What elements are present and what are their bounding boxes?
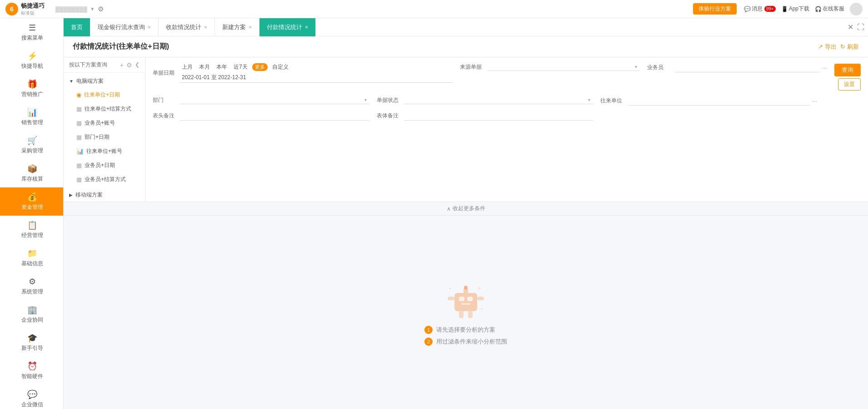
pc-group-arrow: ▼ [69, 79, 74, 84]
tab-payment-close[interactable]: × [305, 24, 308, 30]
tab-payment[interactable]: 付款情况统计 × [259, 18, 316, 36]
export-button[interactable]: ↗ 导出 [818, 43, 837, 51]
tab-cash-close[interactable]: × [148, 24, 151, 30]
settings-button[interactable]: 设置 [838, 78, 861, 91]
sidebar-label-enterprise: 企业协同 [21, 316, 43, 324]
unit-date-icon: ◉ [76, 91, 81, 98]
tab-cash[interactable]: 现金银行流水查询 × [90, 18, 159, 36]
filter-item-source: 来源单据 ▾ [460, 63, 640, 71]
sidebar-item-inventory[interactable]: 📦 库存核算 [0, 159, 63, 187]
sidebar-item-enterprise[interactable]: 🏢 企业协同 [0, 300, 63, 328]
scheme-mobile-group[interactable]: ▶ 移动端方案 [64, 188, 145, 202]
scheme-settings-btn[interactable]: ⚙ [126, 61, 132, 69]
date-tab-last-month[interactable]: 上月 [180, 63, 195, 71]
dept-select[interactable]: ▾ [180, 96, 369, 104]
bill-status-arrow: ▾ [588, 97, 590, 102]
filter-item-dept: 部门 ▾ [153, 96, 369, 104]
tab-new-scheme-close[interactable]: × [249, 24, 252, 30]
date-tab-this-month[interactable]: 本月 [197, 63, 212, 71]
refresh-button[interactable]: ↻ 刷新 [840, 43, 859, 51]
sidebar-item-capital[interactable]: 💰 资金管理 [0, 187, 63, 216]
body-note-input[interactable] [404, 111, 594, 121]
sidebar-label-marketing: 营销推广 [21, 91, 43, 98]
sidebar-label-sales: 销售管理 [21, 119, 43, 126]
scheme-item-staff-settle[interactable]: ▦ 业务员+结算方式 [64, 172, 145, 187]
scheme-item-staff-date[interactable]: ▦ 业务员+日期 [64, 158, 145, 172]
tab-bar-actions: ✕ ⛶ [848, 23, 868, 31]
tip-num-2: 2 [424, 338, 433, 346]
date-tab-7days[interactable]: 近7天 [232, 63, 249, 71]
date-range-input[interactable]: 2022-01-01 至 2022-12-31 [180, 73, 453, 83]
app-download-area[interactable]: 📱 App下载 [781, 5, 809, 13]
unit-dots[interactable]: ··· [812, 97, 817, 105]
sidebar-item-basic[interactable]: 📁 基础信息 [0, 244, 63, 272]
sidebar-item-sales[interactable]: 📊 销售管理 [0, 103, 63, 131]
sidebar-item-guide[interactable]: 🎓 新手引导 [0, 328, 63, 357]
filter-panel: 单据日期 上月 本月 本年 近7天 更多 自定义 [145, 57, 868, 202]
staff-input[interactable] [674, 63, 820, 72]
sidebar-label-shortcut: 快捷导航 [21, 62, 43, 70]
bill-status-select[interactable]: ▾ [404, 96, 594, 104]
scheme-item-unit-date[interactable]: ◉ 往来单位+日期 [64, 88, 145, 102]
collapse-bar[interactable]: ∧ 收起更多条件 [64, 202, 868, 216]
svg-point-11 [481, 308, 483, 310]
sidebar-label-guide: 新手引导 [21, 344, 43, 352]
dept-label: 部门 [153, 96, 176, 104]
unit-input[interactable] [628, 96, 810, 106]
svg-rect-2 [467, 297, 473, 301]
query-button[interactable]: 查询 [834, 64, 861, 76]
scheme-item-staff-account[interactable]: ▦ 业务员+账号 [64, 116, 145, 130]
empty-icon [443, 279, 489, 320]
page-header-actions: ↗ 导出 ↻ 刷新 [818, 43, 859, 51]
scheme-collapse-btn[interactable]: ❮ [135, 61, 140, 69]
date-tab-custom[interactable]: 自定义 [270, 63, 290, 71]
scheme-add-btn[interactable]: + [120, 61, 124, 69]
sidebar-item-search[interactable]: ☰ 搜索菜单 [0, 18, 63, 46]
dropdown-arrow[interactable]: ▾ [91, 5, 94, 12]
tab-maximize-btn[interactable]: ⛶ [857, 23, 864, 31]
logo-name: 畅捷通巧 [21, 2, 45, 10]
staff-dots[interactable]: ··· [822, 64, 827, 71]
scheme-pc-group-header[interactable]: ▼ 电脑端方案 [64, 75, 145, 88]
date-tab-more[interactable]: 更多 [252, 63, 268, 71]
scheme-item-unit-account[interactable]: 📊 往来单位+账号 [64, 144, 145, 158]
header-note-input[interactable] [180, 111, 369, 121]
tab-home[interactable]: 首页 [64, 18, 90, 36]
app-download-label: App下载 [789, 5, 809, 13]
scheme-item-dept-date[interactable]: ▦ 部门+日期 [64, 130, 145, 144]
tab-payment-label: 付款情况统计 [267, 23, 302, 31]
staff-settle-label: 业务员+结算方式 [85, 176, 126, 183]
message-icon-area[interactable]: 💬 消息 99+ [744, 5, 776, 13]
scheme-item-unit-settle[interactable]: ▦ 往来单位+结算方式 [64, 102, 145, 116]
page-content: 付款情况统计(往来单位+日期) ↗ 导出 ↻ 刷新 [64, 36, 868, 409]
user-avatar[interactable] [850, 3, 863, 15]
tab-receipt[interactable]: 收款情况统计 × [159, 18, 215, 36]
source-select[interactable]: ▾ [487, 63, 640, 71]
sidebar-item-system[interactable]: ⚙ 系统管理 [0, 272, 63, 300]
filter-item-staff: 业务员 ··· [647, 63, 827, 72]
online-service-area[interactable]: 🎧 在线客服 [815, 5, 844, 13]
sidebar-item-hardware[interactable]: ⏰ 智能硬件 [0, 357, 63, 385]
sidebar-label-inventory: 库存核算 [21, 175, 43, 183]
dept-arrow: ▾ [364, 97, 367, 102]
svg-rect-1 [459, 297, 464, 301]
date-tab-this-year[interactable]: 本年 [215, 63, 229, 71]
sidebar-item-operation[interactable]: 📋 经营管理 [0, 216, 63, 244]
query-actions: 查询 设置 [834, 63, 861, 91]
tab-receipt-close[interactable]: × [204, 24, 207, 30]
svg-rect-8 [459, 311, 464, 318]
sidebar-item-shortcut[interactable]: ⚡ 快捷导航 [0, 46, 63, 75]
empty-tip-1: 1 请先选择要分析的方案 [424, 326, 507, 334]
date-label: 单据日期 [153, 69, 176, 77]
settings-icon[interactable]: ⚙ [98, 5, 104, 13]
staff-settle-icon: ▦ [76, 176, 82, 183]
refresh-icon: ↻ [840, 43, 845, 50]
tab-new-scheme[interactable]: 新建方案 × [215, 18, 259, 36]
sidebar-item-marketing[interactable]: 🎁 营销推广 [0, 75, 63, 103]
tab-close-all-btn[interactable]: ✕ [848, 23, 853, 31]
trial-button[interactable]: 体验行业方案 [693, 3, 737, 15]
sidebar-label-capital: 资金管理 [21, 203, 43, 211]
sidebar-item-weixin[interactable]: 💬 企业微信 [0, 385, 63, 409]
message-label: 消息 [752, 5, 763, 13]
sidebar-item-purchase[interactable]: 🛒 采购管理 [0, 131, 63, 159]
